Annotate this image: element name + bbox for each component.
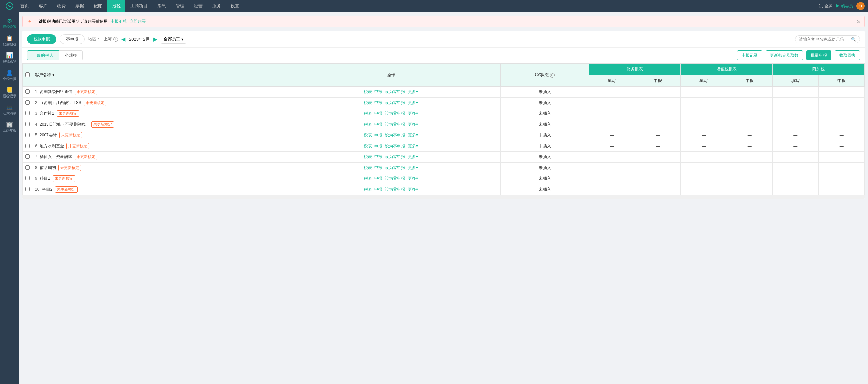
notice-close-button[interactable]: ✕: [857, 19, 861, 24]
sidebar-item-tax-records[interactable]: 📒 报税记录: [0, 84, 19, 101]
op-submit[interactable]: 申报: [374, 89, 382, 94]
region-info-icon[interactable]: i: [113, 37, 118, 42]
op-zero-submit[interactable]: 设为零申报: [385, 111, 405, 116]
tab-zero-declaration[interactable]: 零申报: [60, 34, 85, 44]
customer-sort-icon[interactable]: ▾: [52, 72, 54, 77]
nav-service[interactable]: 服务: [208, 0, 226, 12]
taxpayer-tab-small[interactable]: 小规模: [59, 50, 83, 60]
row-checkbox[interactable]: [25, 133, 30, 137]
op-tax-table[interactable]: 税表: [364, 154, 372, 159]
op-more[interactable]: 更多▾: [408, 176, 418, 181]
ca-info-icon[interactable]: C: [550, 73, 555, 78]
nav-home[interactable]: 首页: [16, 0, 34, 12]
op-submit[interactable]: 申报: [374, 144, 382, 148]
tab-tax-declaration[interactable]: 税款申报: [27, 34, 56, 44]
nav-messages[interactable]: 消息: [153, 0, 171, 12]
row-checkbox[interactable]: [25, 89, 30, 94]
op-tax-table[interactable]: 税表: [364, 100, 372, 105]
sidebar-item-tax-overview[interactable]: 📊 报税总览: [0, 49, 19, 67]
op-submit[interactable]: 申报: [374, 176, 382, 181]
nav-customer[interactable]: 客户: [34, 0, 52, 12]
sidebar-item-annual-report[interactable]: 🏢 工商年报: [0, 119, 19, 136]
op-zero-submit[interactable]: 设为零申报: [385, 165, 405, 170]
row-checkbox[interactable]: [25, 122, 30, 126]
op-tax-table[interactable]: 税表: [364, 133, 372, 137]
nav-billing[interactable]: 收费: [52, 0, 71, 12]
op-zero-submit[interactable]: 设为零申报: [385, 144, 405, 148]
dept-select[interactable]: 全部员工 ▾: [161, 35, 186, 44]
op-submit[interactable]: 申报: [374, 122, 382, 127]
op-more[interactable]: 更多▾: [408, 165, 418, 170]
period-prev-button[interactable]: ◀: [121, 36, 125, 42]
nav-invoice[interactable]: 票据: [71, 0, 89, 12]
op-tax-table[interactable]: 税表: [364, 187, 372, 192]
sidebar-item-settlement[interactable]: 🧮 汇算清缴: [0, 101, 19, 119]
scroll-bar-area[interactable]: [22, 195, 865, 199]
row-checkbox[interactable]: [25, 111, 30, 115]
taxpayer-tab-general[interactable]: 一般的税人: [27, 50, 59, 60]
nav-manage[interactable]: 管理: [171, 0, 189, 12]
op-zero-submit[interactable]: 设为零申报: [385, 122, 405, 127]
nav-settings[interactable]: 设置: [226, 0, 244, 12]
sidebar-item-individual-tax[interactable]: 👤 个税申报: [0, 67, 19, 84]
batch-submit-button[interactable]: 批量申报: [806, 50, 831, 60]
member-button[interactable]: ▶ 畅会员: [836, 3, 853, 9]
op-more[interactable]: 更多▾: [408, 187, 418, 192]
row-checkbox[interactable]: [25, 187, 30, 191]
period-next-button[interactable]: ▶: [153, 36, 157, 42]
nav-business[interactable]: 工商项目: [125, 0, 153, 12]
records-button[interactable]: 申报记录: [737, 50, 762, 60]
row-checkbox[interactable]: [25, 165, 30, 170]
op-submit[interactable]: 申报: [374, 111, 382, 116]
notice-link-summary[interactable]: 申报汇总: [111, 19, 127, 24]
nav-operations[interactable]: 经营: [189, 0, 208, 12]
op-zero-submit[interactable]: 设为零申报: [385, 100, 405, 105]
fullscreen-button[interactable]: ⛶ 全屏: [819, 3, 832, 9]
op-zero-submit[interactable]: 设为零申报: [385, 187, 405, 192]
op-submit[interactable]: 申报: [374, 100, 382, 105]
op-tax-table[interactable]: 税表: [364, 176, 372, 181]
op-zero-submit[interactable]: 设为零申报: [385, 154, 405, 159]
nav-accounting[interactable]: 记账: [89, 0, 107, 12]
nav-tax[interactable]: 报税: [107, 0, 125, 12]
row-operations: 税表 申报 设为零申报 更多▾: [281, 119, 501, 130]
op-tax-table[interactable]: 税表: [364, 144, 372, 148]
op-zero-submit[interactable]: 设为零申报: [385, 89, 405, 94]
op-more[interactable]: 更多▾: [408, 100, 418, 105]
row-checkbox[interactable]: [25, 154, 30, 159]
op-more[interactable]: 更多▾: [408, 133, 418, 137]
op-tax-table[interactable]: 税表: [364, 111, 372, 116]
sidebar-item-tax-settings[interactable]: ⚙ 报税设置: [0, 15, 19, 32]
update-verify-button[interactable]: 更新核定及取数: [766, 50, 803, 60]
op-zero-submit[interactable]: 设为零申报: [385, 133, 405, 137]
op-more[interactable]: 更多▾: [408, 89, 418, 94]
notice-link-buy[interactable]: 立即购买: [130, 19, 146, 24]
row-cwbb-submit: —: [635, 173, 680, 184]
row-checkbox[interactable]: [25, 176, 30, 180]
op-tax-table[interactable]: 税表: [364, 165, 372, 170]
op-tax-table[interactable]: 税表: [364, 89, 372, 94]
row-cwbb-submit: —: [635, 163, 680, 173]
receipt-button[interactable]: 收取回执: [835, 50, 860, 60]
row-fjsj-submit: —: [818, 173, 864, 184]
select-all-checkbox[interactable]: [25, 72, 30, 77]
op-more[interactable]: 更多▾: [408, 154, 418, 159]
user-avatar[interactable]: U: [856, 2, 865, 10]
op-submit[interactable]: 申报: [374, 187, 382, 192]
row-checkbox[interactable]: [25, 144, 30, 148]
op-submit[interactable]: 申报: [374, 133, 382, 137]
app-logo[interactable]: [3, 0, 16, 12]
sidebar-item-batch-tax[interactable]: 📋 批量报税: [0, 32, 19, 49]
search-box: 🔍: [795, 35, 860, 43]
row-sbbb-submit: —: [727, 163, 772, 173]
row-checkbox[interactable]: [25, 100, 30, 105]
op-tax-table[interactable]: 税表: [364, 122, 372, 127]
search-icon[interactable]: 🔍: [851, 37, 856, 42]
op-more[interactable]: 更多▾: [408, 111, 418, 116]
op-zero-submit[interactable]: 设为零申报: [385, 176, 405, 181]
op-submit[interactable]: 申报: [374, 154, 382, 159]
search-input[interactable]: [799, 37, 850, 42]
op-more[interactable]: 更多▾: [408, 144, 418, 148]
op-submit[interactable]: 申报: [374, 165, 382, 170]
op-more[interactable]: 更多▾: [408, 122, 418, 127]
